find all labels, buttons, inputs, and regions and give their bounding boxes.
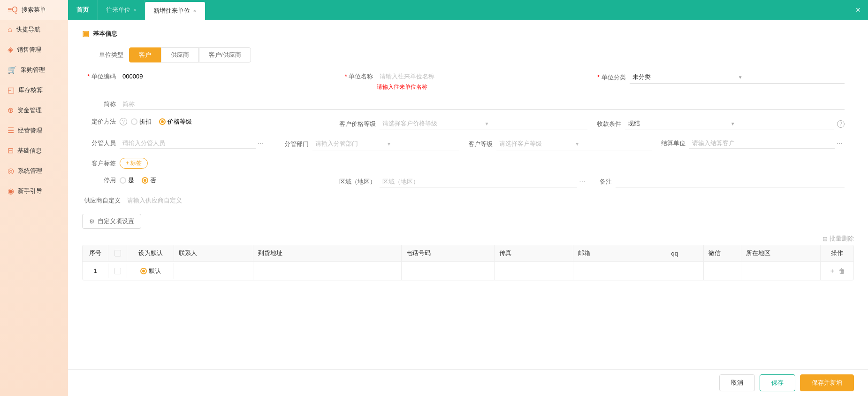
- manager-input[interactable]: [120, 138, 256, 149]
- sidebar-item-guide[interactable]: ◉ 新手引导: [0, 181, 68, 201]
- unit-name-error: 请输入往来单位名称: [377, 83, 427, 91]
- tab-new[interactable]: 新增往来单位 ×: [145, 2, 205, 20]
- cancel-button[interactable]: 取消: [719, 374, 755, 391]
- addr-input[interactable]: [258, 265, 396, 276]
- settlement-unit-more-icon[interactable]: ···: [835, 139, 845, 148]
- disabled-radio-group: 是 否: [120, 176, 156, 185]
- select-all-checkbox[interactable]: [114, 250, 121, 256]
- tab-home[interactable]: 首页: [68, 0, 98, 20]
- section-title: ▣ 基本信息: [82, 29, 854, 38]
- region-input[interactable]: [380, 176, 577, 187]
- purchase-icon: 🛒: [8, 65, 17, 74]
- unit-type-supplier-button[interactable]: 供应商: [161, 47, 199, 62]
- radio-default[interactable]: 默认: [140, 267, 161, 275]
- basic-icon: ⊟: [8, 146, 14, 155]
- sidebar-item-finance[interactable]: ⊛ 资金管理: [0, 100, 68, 120]
- customer-level-select[interactable]: 请选择客户等级 ▼: [496, 138, 652, 150]
- chevron-down-icon: ▼: [575, 141, 649, 147]
- sidebar-item-basic[interactable]: ⊟ 基础信息: [0, 140, 68, 161]
- window-close-icon[interactable]: ×: [855, 6, 860, 14]
- sidebar-item-label: 基础信息: [17, 147, 42, 155]
- radio-discount[interactable]: 折扣: [131, 117, 152, 126]
- sidebar-item-system[interactable]: ◎ 系统管理: [0, 161, 68, 181]
- th-check[interactable]: [108, 245, 127, 261]
- unit-category-select[interactable]: 未分类 ▼: [630, 71, 845, 84]
- radio-circle-discount: [131, 118, 137, 125]
- supplier-custom-input[interactable]: [124, 195, 845, 206]
- sidebar-item-nav[interactable]: ⌂ 快捷导航: [0, 20, 68, 39]
- guide-icon: ◉: [8, 186, 14, 195]
- form-group-region: 区域（地区） ···: [339, 176, 587, 187]
- row-addr[interactable]: [253, 262, 402, 280]
- manager-more-icon[interactable]: ···: [256, 139, 266, 148]
- note-label: 备注: [597, 178, 616, 186]
- contact-input[interactable]: [179, 265, 248, 276]
- add-tag-button[interactable]: + 标签: [120, 158, 148, 169]
- row-tel[interactable]: [402, 262, 495, 280]
- custom-settings-button[interactable]: ⚙ 自定义项设置: [82, 214, 141, 229]
- save-new-button[interactable]: 保存并新增: [800, 374, 854, 391]
- row-add-icon[interactable]: ＋: [829, 267, 836, 275]
- radio-dot-price-level: [161, 120, 164, 123]
- row-checkbox[interactable]: [114, 268, 121, 274]
- radio-circle-price-level: [159, 118, 166, 125]
- pricing-help-icon[interactable]: ?: [120, 118, 127, 125]
- main-content: 首页 往来单位 × 新增往来单位 × × ▣ 基本信息 单位类型 客户 供应商 …: [68, 0, 868, 396]
- note-input[interactable]: [616, 176, 845, 187]
- tab-list-close-icon[interactable]: ×: [133, 7, 136, 13]
- row-seq: 1: [83, 264, 108, 278]
- email-input[interactable]: [578, 265, 661, 276]
- sidebar-item-inventory[interactable]: ◱ 库存核算: [0, 80, 68, 100]
- radio-no[interactable]: 否: [142, 176, 156, 185]
- form-group-payment-terms: 收款条件 现结 ▼ ?: [597, 117, 845, 130]
- manager-label: 分管人员: [82, 139, 120, 148]
- save-button[interactable]: 保存: [760, 374, 795, 391]
- row-contact[interactable]: [174, 262, 253, 280]
- tab-list[interactable]: 往来单位 ×: [98, 0, 145, 20]
- fax-input[interactable]: [499, 265, 569, 276]
- form-group-customer-level: 客户等级 请选择客户等级 ▼: [468, 138, 652, 150]
- payment-terms-help-icon[interactable]: ?: [837, 120, 845, 128]
- region-more-icon[interactable]: ···: [577, 178, 587, 186]
- row-qq[interactable]: [666, 262, 704, 280]
- region-row-input[interactable]: [746, 265, 815, 276]
- customer-level-label: 客户等级: [468, 140, 496, 148]
- row-check[interactable]: [108, 264, 127, 278]
- row-wx[interactable]: [704, 262, 741, 280]
- radio-price-level[interactable]: 价格等级: [159, 117, 192, 126]
- sidebar-item-search[interactable]: ≡Q 搜索菜单: [0, 0, 68, 20]
- sidebar-item-purchase[interactable]: 🛒 采购管理: [0, 60, 68, 80]
- row-ops: ＋ 🗑: [821, 263, 853, 279]
- customer-price-level-select[interactable]: 请选择客户价格等级 ▼: [380, 117, 587, 130]
- row-region[interactable]: [741, 262, 821, 280]
- radio-yes[interactable]: 是: [120, 176, 134, 185]
- supplier-custom-label: 供应商自定义: [82, 196, 124, 205]
- unit-code-input[interactable]: [120, 71, 330, 82]
- row-fax[interactable]: [495, 262, 574, 280]
- row-delete-icon[interactable]: 🗑: [838, 267, 845, 275]
- row-email[interactable]: [573, 262, 666, 280]
- sidebar-item-sales[interactable]: ◈ 销售管理: [0, 39, 68, 60]
- short-name-input[interactable]: [120, 99, 845, 110]
- sidebar-item-operation[interactable]: ☰ 经营管理: [0, 120, 68, 140]
- th-region: 所在地区: [741, 245, 821, 261]
- unit-type-row: 单位类型 客户 供应商 客户/供应商: [82, 47, 854, 62]
- form-area: ▣ 基本信息 单位类型 客户 供应商 客户/供应商 单位编码 单位名称 请输入往…: [68, 20, 868, 369]
- department-select[interactable]: 请输入分管部门 ▼: [312, 138, 458, 150]
- customer-price-level-label: 客户价格等级: [339, 120, 380, 128]
- unit-type-both-button[interactable]: 客户/供应商: [199, 47, 251, 62]
- form-group-department: 分管部门 请输入分管部门 ▼: [275, 138, 458, 150]
- unit-type-customer-button[interactable]: 客户: [129, 47, 161, 62]
- sidebar-item-label: 新手引导: [18, 187, 42, 195]
- form-group-unit-name: 单位名称 请输入往来单位名称: [339, 71, 587, 91]
- unit-name-input[interactable]: [377, 71, 587, 82]
- settlement-unit-input[interactable]: [689, 138, 835, 149]
- payment-terms-select[interactable]: 现结 ▼: [625, 117, 834, 130]
- batch-delete-button[interactable]: ⊟ 批量删除: [82, 234, 854, 243]
- contact-table: 序号 设为默认 联系人 到货地址 电话号码 传真 邮箱 qq 微信 所在地区 操…: [82, 245, 854, 280]
- row-default[interactable]: 默认: [127, 263, 174, 279]
- radio-discount-label: 折扣: [139, 117, 152, 126]
- unit-code-label: 单位编码: [82, 72, 120, 81]
- tab-new-close-icon[interactable]: ×: [193, 8, 196, 14]
- tel-input[interactable]: [406, 265, 489, 276]
